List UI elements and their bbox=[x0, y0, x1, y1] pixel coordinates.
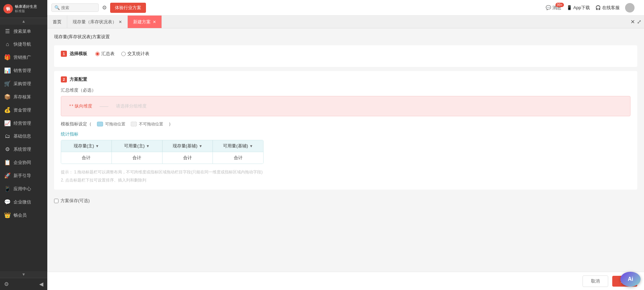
sidebar-item-app-center[interactable]: 📱 应用中心 bbox=[0, 182, 47, 195]
app-edition: 标准版 bbox=[15, 9, 37, 14]
search-box[interactable]: 🔍 bbox=[51, 3, 99, 12]
online-service-btn[interactable]: 🎧 在线客服 bbox=[595, 5, 620, 11]
sidebar-item-label: 畅会员 bbox=[14, 212, 27, 218]
stats-col-2-chevron[interactable]: ▼ bbox=[199, 144, 202, 148]
non-draggable-box bbox=[131, 122, 137, 126]
sidebar-item-inventory[interactable]: 📦 库存核算 bbox=[0, 90, 47, 103]
footer-bar: 取消 查询 bbox=[47, 272, 644, 290]
required-star: * bbox=[69, 103, 71, 108]
sidebar-nav: ☰ 搜索菜单 ⌂ 快捷导航 🎁 营销推广 📊 销售管理 🛒 采购管理 📦 库存核… bbox=[0, 25, 47, 271]
section-step2: 2 方案配置 汇总维度（必选） ** 纵向维度 —— 请选择分组维度 模板指标设… bbox=[54, 71, 637, 190]
sidebar-item-label: 库存核算 bbox=[14, 94, 31, 100]
tab-home-label: 首页 bbox=[53, 19, 61, 25]
industry-btn[interactable]: 体验行业方案 bbox=[110, 3, 146, 13]
template-close-paren: ） bbox=[169, 121, 173, 127]
tab-new-scheme-close[interactable]: ✕ bbox=[153, 20, 156, 24]
radio-cross-label: 交叉统计表 bbox=[127, 51, 149, 57]
sidebar-item-label: 资金管理 bbox=[14, 107, 31, 113]
vertical-label: ** 纵向维度 bbox=[69, 103, 92, 109]
stats-col-0: 现存量(主) ▼ bbox=[61, 140, 112, 152]
stats-cell-2: 合计 bbox=[163, 152, 213, 164]
gear-icon[interactable]: ⚙ bbox=[102, 4, 107, 11]
sidebar-item-label: 企业微信 bbox=[14, 199, 31, 205]
sidebar-item-system[interactable]: ⚙ 系统管理 bbox=[0, 143, 47, 156]
stats-cell-3-value: 合计 bbox=[234, 155, 243, 161]
tab-inventory-status[interactable]: 现存量（库存状况表） ✕ bbox=[67, 16, 128, 28]
save-option: 方案保存(可选) bbox=[54, 194, 637, 208]
stats-table: 现存量(主) ▼ 可用量(主) ▼ 现存量(基辅) ▼ 可用量(基辅) ▼ bbox=[61, 140, 264, 164]
step1-title: 选择模板 bbox=[70, 51, 87, 57]
sidebar-item-label: 销售管理 bbox=[14, 68, 31, 74]
home-icon: ⌂ bbox=[4, 41, 11, 47]
sidebar-item-label: 企业协同 bbox=[14, 160, 31, 166]
search-menu-icon: ☰ bbox=[4, 28, 11, 34]
stats-section-title: 统计指标 bbox=[61, 131, 630, 137]
section-step1: 1 选择模板 汇总表 交叉统计表 bbox=[54, 45, 637, 67]
user-avatar[interactable] bbox=[625, 3, 635, 13]
tab-new-scheme[interactable]: 新建方案 ✕ bbox=[128, 16, 162, 28]
tips-title-label: 提示： bbox=[61, 170, 73, 174]
sidebar-item-basic-info[interactable]: 🗂 基础信息 bbox=[0, 130, 47, 143]
sidebar-item-label: 新手引导 bbox=[14, 173, 31, 179]
chart-icon: 📊 bbox=[4, 67, 11, 74]
tab-inventory-close[interactable]: ✕ bbox=[119, 20, 122, 24]
sidebar-scroll-up[interactable]: ▲ bbox=[0, 18, 47, 25]
app-download-label: App下载 bbox=[573, 5, 590, 11]
stats-cell-0-value: 合计 bbox=[82, 155, 91, 161]
radio-summary[interactable]: 汇总表 bbox=[95, 51, 115, 57]
sidebar-item-operation[interactable]: 📈 经营管理 bbox=[0, 117, 47, 130]
content-area: 现存量(库存状况表)方案设置 1 选择模板 汇总表 交叉统计表 bbox=[47, 28, 644, 272]
sidebar-item-label: 搜索菜单 bbox=[14, 28, 31, 34]
guide-icon: 🚀 bbox=[4, 172, 11, 179]
sidebar-item-search-menu[interactable]: ☰ 搜索菜单 bbox=[0, 25, 47, 38]
sidebar-item-sales[interactable]: 📊 销售管理 bbox=[0, 64, 47, 77]
ai-button[interactable]: Ai bbox=[620, 272, 641, 287]
tab-home[interactable]: 首页 bbox=[47, 16, 67, 28]
app-name: 畅康通好生意 bbox=[15, 4, 37, 9]
app-download-btn[interactable]: 📱 App下载 bbox=[567, 5, 590, 11]
stats-col-2: 现存量(基辅) ▼ bbox=[163, 140, 213, 152]
tab-actions: ✕ ⤢ bbox=[626, 19, 644, 25]
step2-badge: 2 bbox=[61, 76, 67, 82]
sidebar-item-member[interactable]: 👑 畅会员 bbox=[0, 209, 47, 222]
stats-col-3: 可用量(基辅) ▼ bbox=[213, 140, 263, 152]
save-checkbox[interactable] bbox=[54, 199, 58, 203]
stats-table-header: 现存量(主) ▼ 可用量(主) ▼ 现存量(基辅) ▼ 可用量(基辅) ▼ bbox=[61, 140, 263, 152]
stats-col-3-chevron[interactable]: ▼ bbox=[249, 144, 253, 148]
sidebar-item-label: 系统管理 bbox=[14, 146, 31, 152]
page-title: 现存量(库存状况表)方案设置 bbox=[54, 34, 637, 40]
sidebar-item-guide[interactable]: 🚀 新手引导 bbox=[0, 169, 47, 182]
dimension-placeholder: 请选择分组维度 bbox=[116, 103, 147, 109]
draggable-indicator: 可拖动位置 bbox=[97, 121, 125, 127]
draggable-label: 可拖动位置 bbox=[105, 121, 125, 127]
radio-summary-input[interactable] bbox=[95, 52, 100, 56]
tips-title: 提示： 1.拖动标题栏可以调整布局，不可跨维度或指标区域拖动栏目字段(只能在同一… bbox=[61, 168, 630, 176]
phone-icon: 📱 bbox=[567, 5, 572, 10]
collapse-icon[interactable]: ◀ bbox=[39, 281, 43, 287]
system-icon: ⚙ bbox=[4, 146, 11, 152]
money-icon: 💰 bbox=[4, 107, 11, 113]
stats-table-body: 合计 合计 合计 合计 bbox=[61, 152, 263, 164]
message-btn[interactable]: 💬 消息 99+ bbox=[546, 5, 561, 11]
sidebar-item-quick-nav[interactable]: ⌂ 快捷导航 bbox=[0, 38, 47, 51]
sidebar-item-purchase[interactable]: 🛒 采购管理 bbox=[0, 77, 47, 90]
search-input[interactable] bbox=[61, 5, 95, 10]
sidebar-item-wechat[interactable]: 💬 企业微信 bbox=[0, 195, 47, 209]
radio-cross-input[interactable] bbox=[121, 52, 126, 56]
sidebar-item-finance[interactable]: 💰 资金管理 bbox=[0, 103, 47, 117]
sidebar-item-marketing[interactable]: 🎁 营销推广 bbox=[0, 51, 47, 64]
tip1: 1.拖动标题栏可以调整布局，不可跨维度或指标区域拖动栏目字段(只能在同一维度或指… bbox=[74, 170, 263, 174]
tab-close-action[interactable]: ✕ bbox=[630, 19, 635, 25]
stats-col-0-chevron[interactable]: ▼ bbox=[95, 144, 99, 148]
template-radio-group: 汇总表 交叉统计表 bbox=[95, 51, 149, 57]
sidebar-scroll-down[interactable]: ▼ bbox=[0, 271, 47, 278]
settings-icon[interactable]: ⚙ bbox=[4, 281, 9, 287]
tab-expand-action[interactable]: ⤢ bbox=[637, 19, 641, 25]
sidebar-item-label: 快捷导航 bbox=[14, 41, 31, 47]
sidebar-item-enterprise[interactable]: 📋 企业协同 bbox=[0, 156, 47, 169]
tab-bar: 首页 现存量（库存状况表） ✕ 新建方案 ✕ ✕ ⤢ bbox=[47, 16, 644, 28]
cancel-button[interactable]: 取消 bbox=[583, 275, 608, 287]
radio-cross[interactable]: 交叉统计表 bbox=[121, 51, 149, 57]
app-icon: 畅 bbox=[3, 4, 13, 14]
stats-col-1-chevron[interactable]: ▼ bbox=[146, 144, 150, 148]
